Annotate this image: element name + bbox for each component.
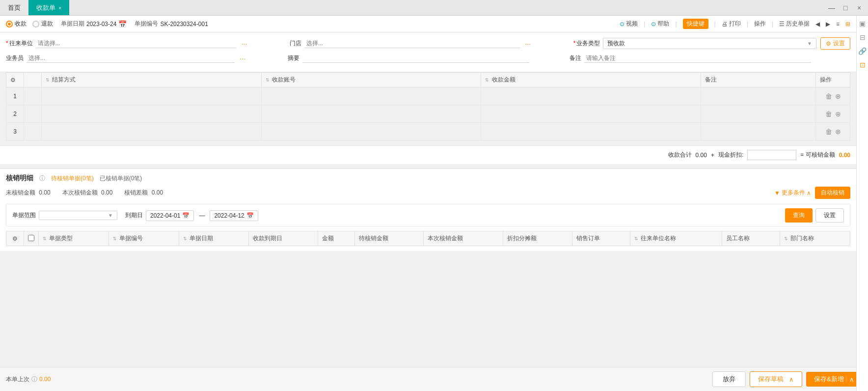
row-settlement-1[interactable] — [42, 87, 262, 105]
delete-row-1[interactable]: 🗑 — [825, 92, 832, 100]
business-type-field: 业务类型 预收款 ▼ — [573, 38, 816, 49]
save-draft-dropdown[interactable]: ∧ — [786, 376, 794, 383]
prev-value: 0.00 — [39, 376, 51, 383]
counterpart-more-icon[interactable]: ··· — [240, 40, 249, 48]
sidebar-icon-4[interactable]: ⊡ — [860, 61, 866, 69]
copy-row-2[interactable]: ⊕ — [835, 110, 841, 118]
discard-button[interactable]: 放弃 — [712, 371, 746, 387]
recon-info-icon[interactable]: ⓘ — [39, 174, 45, 183]
query-button[interactable]: 查询 — [785, 208, 813, 223]
row-remark-3[interactable] — [701, 123, 815, 140]
summary-input[interactable] — [302, 54, 529, 63]
grid-view[interactable]: ⊞ — [845, 21, 850, 28]
discount-input[interactable] — [747, 150, 796, 160]
copy-row-3[interactable]: ⊕ — [835, 128, 841, 136]
counterpart-input[interactable] — [36, 39, 237, 48]
salesperson-more-icon[interactable]: ··· — [238, 55, 247, 62]
unverified-field: 未核销金额 0.00 — [6, 189, 51, 197]
save-new-dropdown[interactable]: ∧ — [846, 376, 854, 383]
setup-button[interactable]: ⚙ 设置 — [820, 37, 850, 50]
sidebar-icon-3[interactable]: 🔗 — [858, 47, 867, 55]
tab-home[interactable]: 首页 — [0, 0, 28, 15]
video-action[interactable]: ⊙ 视频 — [620, 20, 638, 28]
row-amount-3[interactable] — [481, 123, 701, 140]
print-action[interactable]: 🖨 打印 — [722, 20, 741, 28]
calendar-icon[interactable]: 📅 — [118, 20, 127, 28]
row-empty-3 — [24, 123, 42, 140]
remark-input[interactable] — [584, 54, 811, 63]
delete-row-3[interactable]: 🗑 — [825, 128, 832, 136]
settings-button-2[interactable]: 设置 — [815, 208, 844, 223]
divider-3: | — [714, 21, 716, 28]
tab-receipt[interactable]: 收款单 × — [28, 0, 69, 15]
store-field: 门店 ··· — [290, 39, 533, 48]
more-conditions-btn[interactable]: ▼ 更多条件 ∧ — [774, 189, 811, 197]
receipt-radio[interactable]: 收款 — [6, 20, 27, 28]
bottom-table: ⚙ ⇅ 单据类型 ⇅ 单据编号 ⇅ 单据日期 — [6, 231, 850, 246]
tab-close-icon[interactable]: × — [58, 5, 61, 11]
row-amount-1[interactable] — [481, 87, 701, 105]
range-select[interactable]: ▼ — [39, 211, 117, 220]
col-settings-header[interactable]: ⚙ — [6, 73, 24, 87]
receipt-table: ⚙ ⇅ 结算方式 ⇅ 收款账号 ⇅ 收款金额 — [6, 72, 850, 140]
range-chevron: ▼ — [108, 213, 113, 218]
filter-row: 单据范围 ▼ 到期日 2022-04-01 📅 — 2022-04-12 — [6, 204, 850, 227]
current-value: 0.00 — [101, 189, 112, 196]
refund-radio[interactable]: 退款 — [32, 20, 53, 28]
row-amount-2[interactable] — [481, 105, 701, 123]
col-account-header: ⇅ 收款账号 — [261, 73, 481, 87]
row-action-2: 🗑 ⊕ — [816, 105, 850, 123]
calendar-to-icon[interactable]: 📅 — [246, 212, 254, 219]
nav-left[interactable]: ◀ — [815, 21, 820, 28]
history-action[interactable]: ☰ 历史单据 — [779, 20, 810, 28]
date-to-input[interactable]: 2022-04-12 📅 — [210, 210, 258, 221]
store-more-icon[interactable]: ··· — [523, 40, 533, 48]
bottom-col-checkbox[interactable] — [24, 231, 39, 246]
store-input[interactable] — [304, 39, 520, 48]
date-from-input[interactable]: 2022-04-01 📅 — [146, 210, 194, 221]
toolbar-actions: ⊙ 视频 | ⊙ 帮助 | 快捷键 | 🖨 打印 | — [620, 19, 850, 29]
col-operation-header: 操作 — [816, 73, 850, 87]
prev-icon[interactable]: ⓘ — [31, 375, 37, 384]
delete-row-2[interactable]: 🗑 — [825, 110, 832, 118]
operation-action[interactable]: 操作 — [754, 20, 766, 28]
row-settlement-2[interactable] — [42, 105, 262, 123]
plus-sign: + — [711, 152, 714, 159]
row-settlement-3[interactable] — [42, 123, 262, 140]
summary-label: 摘要 — [288, 54, 299, 62]
date-range-field: 到期日 2022-04-01 📅 — 2022-04-12 📅 — [125, 210, 258, 221]
business-type-select[interactable]: 预收款 ▼ — [603, 38, 816, 49]
date-field: 单据日期 2023-03-24 📅 — [61, 20, 127, 28]
receipt-refund-toggle: 收款 退款 — [6, 20, 53, 28]
calendar-from-icon[interactable]: 📅 — [182, 212, 190, 219]
list-view[interactable]: ≡ — [836, 21, 840, 28]
close-window-button[interactable]: × — [854, 4, 864, 12]
row-remark-1[interactable] — [701, 87, 815, 105]
save-draft-button[interactable]: 保存草稿 ∧ — [750, 371, 802, 387]
copy-row-1[interactable]: ⊕ — [835, 92, 841, 100]
help-action[interactable]: ⊙ 帮助 — [651, 20, 669, 28]
recon-tab-done[interactable]: 已核销单据(0笔) — [100, 174, 142, 183]
sidebar-icon-2[interactable]: ⊟ — [860, 33, 866, 41]
business-type-chevron: ▼ — [807, 41, 812, 46]
shortcut-action[interactable]: 快捷键 — [683, 19, 708, 29]
row-account-3[interactable] — [261, 123, 481, 140]
salesperson-input[interactable] — [27, 54, 235, 63]
row-action-3: 🗑 ⊕ — [816, 123, 850, 140]
select-all-checkbox[interactable] — [28, 235, 34, 241]
row-account-1[interactable] — [261, 87, 481, 105]
bottom-col-settings[interactable]: ⚙ — [6, 231, 24, 246]
row-remark-2[interactable] — [701, 105, 815, 123]
row-account-2[interactable] — [261, 105, 481, 123]
recon-tab-pending[interactable]: 待核销单据(0笔) — [51, 174, 94, 183]
counterpart-field: 往来单位 ··· — [6, 39, 249, 48]
save-new-button[interactable]: 保存&新增 ∧ — [806, 372, 862, 387]
receipt-radio-dot — [6, 21, 13, 28]
sidebar-icon-1[interactable]: ▣ — [859, 20, 866, 28]
store-label: 门店 — [290, 39, 301, 48]
auto-recon-button[interactable]: 自动核销 — [815, 187, 850, 199]
recon-actions: ▼ 更多条件 ∧ 自动核销 — [774, 187, 850, 199]
minimize-button[interactable]: — — [827, 4, 837, 12]
nav-right[interactable]: ▶ — [826, 21, 830, 28]
maximize-button[interactable]: □ — [841, 4, 850, 12]
